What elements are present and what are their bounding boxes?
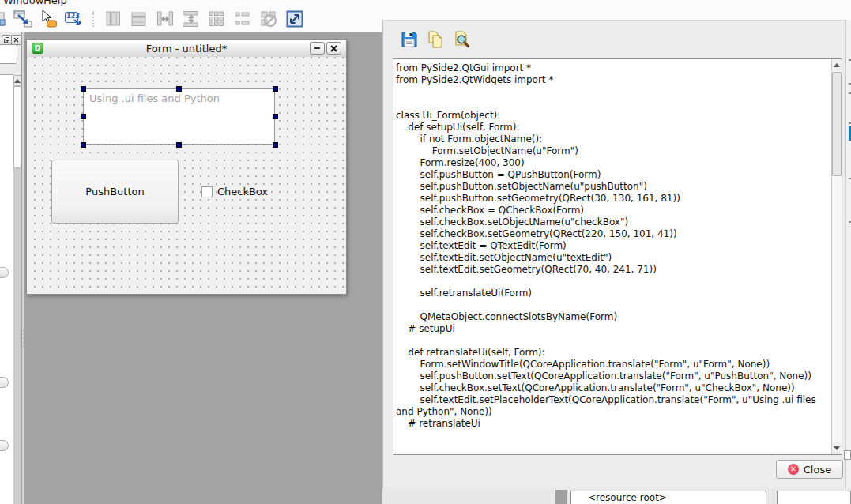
textedit-placeholder: Using .ui files and Python (89, 92, 220, 104)
checkbox-label: CheckBox (217, 186, 268, 197)
lay-out-vertically-in-splitter-button[interactable] (181, 9, 201, 29)
checkbox-box[interactable] (201, 186, 213, 197)
scroll-down-button[interactable] (832, 442, 842, 454)
print-preview-button[interactable] (451, 29, 472, 50)
save-button[interactable] (399, 29, 420, 50)
lay-out-vertically-in-splitter-icon (182, 9, 201, 28)
edit-signals-slots-icon (13, 9, 32, 28)
qt-designer-window: Window Help (0, 0, 851, 504)
lay-out-in-form-layout-button[interactable] (232, 9, 253, 29)
save-icon (400, 30, 419, 49)
scrollbar-thumb[interactable] (13, 86, 21, 168)
selection-handle-bottom-right[interactable] (273, 142, 278, 148)
pushbutton-widget[interactable]: PushButton (51, 160, 179, 224)
edit-tab-order-button[interactable]: 123 (63, 9, 84, 29)
form-close-button[interactable] (326, 42, 341, 55)
arrow-down-icon (834, 446, 840, 450)
selection-handle-middle-right[interactable] (273, 114, 278, 119)
arrow-up-icon (834, 63, 840, 67)
lay-out-vertically-icon (130, 9, 149, 28)
view-code-dialog: from PySide2.QtGui import * from PySide2… (382, 20, 851, 488)
arrow-up-icon (14, 79, 21, 83)
code-scrollbar[interactable] (831, 59, 842, 454)
lay-out-in-grid-button[interactable] (206, 9, 227, 29)
lay-out-horizontally-in-splitter-icon (156, 9, 175, 28)
selection-handle-top-middle[interactable] (176, 86, 182, 92)
close-button-label: Close (804, 464, 831, 476)
lay-out-vertically-button[interactable] (129, 9, 149, 29)
scrollbar-thumb[interactable] (832, 72, 842, 176)
float-icon (4, 37, 9, 43)
adjust-size-icon (285, 9, 304, 28)
menu-help-accel-underline (44, 6, 51, 6)
selection-handle-top-right[interactable] (273, 86, 278, 92)
break-layout-button[interactable] (258, 9, 279, 29)
copy-button[interactable] (425, 29, 446, 50)
lay-out-horizontally-in-splitter-button[interactable] (155, 9, 175, 29)
form-minimize-button[interactable] (310, 42, 325, 55)
panel-splitter-handle[interactable] (22, 32, 24, 504)
close-red-icon: ✕ (788, 464, 799, 475)
adjust-size-button[interactable] (284, 9, 305, 29)
pushbutton-label: PushButton (85, 186, 144, 197)
clipped-icon (0, 10, 6, 28)
lay-out-in-grid-icon (207, 9, 226, 28)
form-window-title: Form - untitled* (27, 43, 346, 55)
close-icon (330, 45, 337, 52)
selection-handle-bottom-middle[interactable] (176, 142, 182, 148)
bottom-scrollbar-fragment[interactable] (555, 490, 567, 504)
print-preview-icon (452, 30, 471, 49)
tab-order-123-glyph: 123 (66, 13, 80, 20)
edit-buddies-button[interactable] (38, 9, 58, 29)
toolbar-separator (92, 11, 96, 27)
edge-white-fragment (844, 450, 851, 460)
lay-out-in-form-layout-icon (233, 9, 252, 28)
scroll-up-button[interactable] (832, 59, 842, 71)
widget-filter-input[interactable] (0, 44, 17, 64)
bottom-cutoff-windows: <resource root> (382, 488, 851, 504)
scroll-up-button[interactable] (13, 75, 21, 86)
form-window-titlebar[interactable]: D Form - untitled* (27, 40, 346, 58)
right-edge-cutoff-panel (845, 20, 851, 488)
break-layout-icon (259, 9, 278, 28)
checkbox-widget[interactable]: CheckBox (201, 175, 281, 208)
resource-root-item[interactable]: <resource root> (588, 492, 667, 503)
menu-window-accel-underline (4, 6, 13, 6)
clipped-toolbar-button[interactable] (0, 9, 8, 29)
resource-tree-panel[interactable]: <resource root> (570, 491, 766, 504)
generated-code-text[interactable]: from PySide2.QtGui import * from PySide2… (396, 62, 826, 453)
selection-handle-top-left[interactable] (81, 86, 86, 92)
edit-buddies-icon (39, 9, 58, 28)
close-dialog-button[interactable]: ✕ Close (776, 460, 843, 479)
resource-side-panel[interactable] (777, 491, 851, 504)
form-editor-window: D Form - untitled* Using .ui files and P… (26, 39, 347, 295)
selection-handle-middle-left[interactable] (81, 114, 86, 119)
lay-out-horizontally-icon (104, 9, 122, 28)
textedit-widget[interactable]: Using .ui files and Python (83, 88, 275, 145)
code-view: from PySide2.QtGui import * from PySide2… (393, 58, 842, 455)
copy-icon (426, 30, 445, 49)
menu-bar: Window Help (0, 0, 851, 7)
widget-box-panel (0, 32, 22, 504)
edit-signals-slots-button[interactable] (13, 9, 33, 29)
widget-box-scrollbar[interactable] (13, 75, 21, 504)
close-icon (13, 37, 19, 43)
minimize-icon (314, 47, 320, 49)
selection-handle-bottom-left[interactable] (81, 142, 86, 148)
lay-out-horizontally-button[interactable] (103, 9, 123, 29)
